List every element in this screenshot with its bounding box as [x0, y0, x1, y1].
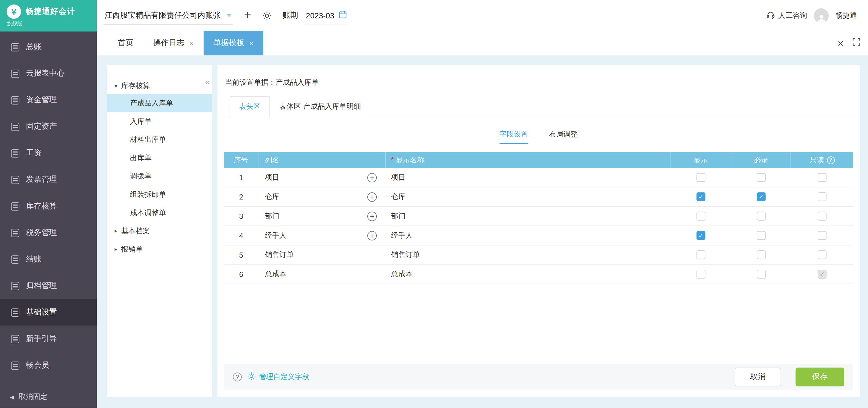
tab-home[interactable]: 首页	[108, 31, 143, 56]
checkbox[interactable]	[818, 250, 826, 259]
fullscreen-icon[interactable]	[852, 38, 861, 48]
readonly-checkbox-cell	[791, 231, 853, 240]
sidebar-item-archive[interactable]: 归档管理	[0, 272, 97, 299]
username[interactable]: 畅捷通	[835, 10, 857, 21]
sidebar-item-basic-settings[interactable]: 基础设置	[0, 299, 97, 326]
help-icon[interactable]: ?	[827, 156, 835, 164]
checkbox[interactable]	[696, 212, 705, 220]
sidebar-item-tax[interactable]: 税务管理	[0, 219, 97, 246]
app-logo: ¥ 畅捷通好会计 旗舰版	[0, 0, 97, 32]
sidebar: ¥ 畅捷通好会计 旗舰版 总账 云报表中心 资金管理 固定资产 工资 发票管理	[0, 0, 97, 408]
sidebar-item-general-ledger[interactable]: 总账	[0, 34, 97, 60]
sidebar-item-invoices[interactable]: 发票管理	[0, 166, 97, 193]
main-column: 江西服宝精品有限责任公司内账张 + 账期 2023-03	[97, 0, 868, 408]
checkbox[interactable]	[757, 270, 766, 278]
row-display-name: 项目	[386, 172, 671, 182]
sidebar-item-funds[interactable]: 资金管理	[0, 87, 97, 113]
tree-item-5[interactable]: 组装拆卸单	[107, 185, 212, 203]
row-number: 3	[224, 212, 258, 220]
unpin-label: 取消固定	[19, 392, 48, 402]
checkbox[interactable]	[757, 212, 766, 220]
checkbox[interactable]	[757, 231, 766, 240]
avatar[interactable]	[814, 8, 829, 23]
tab-bar-actions: ×	[838, 31, 860, 56]
checkbox[interactable]	[818, 212, 826, 220]
readonly-checkbox-cell	[791, 192, 853, 201]
checkbox[interactable]	[696, 250, 705, 259]
headset-icon	[766, 10, 775, 21]
sidebar-item-fixed-assets[interactable]: 固定资产	[0, 113, 97, 140]
unpin-button[interactable]: ◀ 取消固定	[0, 386, 97, 408]
close-icon[interactable]: ×	[838, 38, 843, 48]
tab-close-icon[interactable]: ×	[249, 39, 254, 47]
tree-branch-0[interactable]: ▸ 基本档案	[107, 222, 212, 240]
add-field-icon[interactable]: +	[367, 192, 377, 201]
period-value: 2023-03	[306, 11, 334, 20]
subtab-0[interactable]: 字段设置	[499, 129, 528, 144]
company-selector[interactable]: 江西服宝精品有限责任公司内账张	[103, 6, 233, 25]
required-checkbox-cell: ✓	[732, 192, 791, 201]
tree-branch-1[interactable]: ▸ 报销单	[107, 240, 212, 258]
sidebar-item-inventory[interactable]: 库存核算	[0, 193, 97, 219]
sidebar-item-label: 发票管理	[26, 175, 57, 185]
company-name: 江西服宝精品有限责任公司内账张	[105, 10, 221, 20]
checkbox[interactable]: ✓	[818, 270, 826, 278]
row-number: 6	[224, 270, 258, 278]
tree-root-inventory[interactable]: ▾ 库存核算	[107, 77, 212, 94]
tree-item-0[interactable]: 产成品入库单	[107, 94, 212, 112]
gear-icon[interactable]	[262, 11, 272, 20]
sidebar-item-cloud-reports[interactable]: 云报表中心	[0, 60, 97, 87]
cancel-button[interactable]: 取消	[735, 368, 781, 386]
support-button[interactable]: 人工咨询	[766, 10, 807, 21]
top-right-group: 人工咨询 畅捷通	[766, 8, 857, 23]
row-column-name: 总成本	[258, 269, 386, 279]
sidebar-item-member[interactable]: 畅会员	[0, 352, 97, 378]
table-row: 2 仓库 + 仓库 ✓ ✓	[224, 188, 853, 207]
tab-operation-log[interactable]: 操作日志 ×	[143, 31, 203, 56]
tree-item-1[interactable]: 入库单	[107, 112, 212, 131]
subtab-1[interactable]: 布局调整	[549, 129, 578, 144]
row-column-name: 项目 +	[258, 172, 386, 182]
doc-tab-1[interactable]: 表体区-产成品入库单明细	[270, 96, 370, 117]
checkbox[interactable]	[696, 270, 705, 278]
sidebar-item-label: 基础设置	[26, 307, 57, 317]
checkbox[interactable]: ✓	[696, 192, 705, 201]
tab-document-template[interactable]: 单据模板 ×	[203, 31, 263, 56]
add-field-icon[interactable]: +	[367, 231, 377, 240]
manage-custom-fields-link[interactable]: 管理自定义字段	[247, 372, 309, 382]
help-icon[interactable]: ?	[233, 372, 242, 381]
required-checkbox-cell	[732, 173, 791, 182]
add-button[interactable]: +	[244, 9, 251, 22]
sidebar-item-closing[interactable]: 结账	[0, 246, 97, 272]
tree-item-4[interactable]: 调拨单	[107, 167, 212, 185]
checkbox[interactable]: ✓	[757, 192, 766, 201]
sidebar-item-payroll[interactable]: 工资	[0, 140, 97, 166]
checkbox[interactable]	[818, 192, 826, 201]
checkbox[interactable]	[818, 231, 826, 240]
tree-collapsed: ▸ 基本档案 ▸ 报销单	[107, 222, 212, 258]
archive-icon	[11, 282, 20, 290]
show-checkbox-cell	[671, 270, 732, 278]
collapse-panel-icon[interactable]: «	[205, 77, 210, 87]
checkbox[interactable]	[757, 250, 766, 259]
tab-bar-tabs: 首页 操作日志 × 单据模板 ×	[108, 31, 264, 56]
checkbox[interactable]	[818, 173, 826, 182]
tree-item-2[interactable]: 材料出库单	[107, 131, 212, 149]
checkbox[interactable]	[757, 173, 766, 182]
sidebar-item-label: 结账	[26, 254, 41, 264]
add-field-icon[interactable]: +	[367, 173, 377, 182]
period-field[interactable]: 2023-03	[304, 7, 349, 24]
doc-tab-0[interactable]: 表头区	[229, 96, 270, 117]
checkbox[interactable]	[696, 173, 705, 182]
add-field-icon[interactable]: +	[367, 211, 377, 221]
tab-close-icon[interactable]: ×	[189, 39, 193, 47]
chevron-down-icon: ▾	[115, 82, 117, 89]
checkbox[interactable]: ✓	[696, 231, 705, 240]
tree-item-3[interactable]: 出库单	[107, 148, 212, 167]
tab-label: 首页	[118, 38, 133, 48]
save-button[interactable]: 保存	[796, 368, 844, 386]
tree-item-6[interactable]: 成本调整单	[107, 203, 212, 222]
sidebar-item-beginner-guide[interactable]: 新手引导	[0, 326, 97, 352]
footer-bar: ? 管理自定义字段	[224, 364, 853, 390]
invoice-icon	[11, 175, 20, 184]
